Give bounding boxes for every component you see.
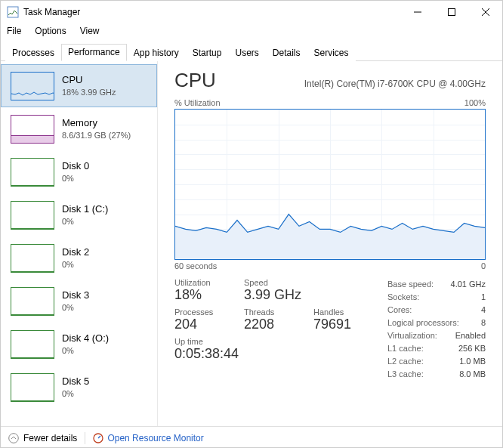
chevron-up-icon — [8, 433, 19, 443]
resource-monitor-icon — [93, 433, 103, 443]
l1-cache-label: L1 cache: — [387, 342, 424, 355]
sidebar-item-label: Disk 4 (O:) — [62, 332, 109, 344]
tab-app-history[interactable]: App history — [127, 45, 186, 61]
disk-thumb-icon — [11, 244, 54, 273]
svg-rect-0 — [8, 7, 18, 17]
sockets-label: Sockets: — [387, 291, 419, 304]
tabs: Processes Performance App history Startu… — [1, 39, 502, 61]
speed-value: 3.99 GHz — [244, 287, 301, 303]
sidebar-item-label: Disk 0 — [62, 160, 89, 172]
l2-cache-label: L2 cache: — [387, 355, 424, 368]
threads-label: Threads — [244, 307, 295, 317]
base-speed-value: 4.01 GHz — [451, 278, 486, 291]
sidebar-item-cpu[interactable]: CPU 18% 3.99 GHz — [1, 64, 157, 107]
disk-thumb-icon — [11, 201, 54, 230]
sidebar-item-disk3[interactable]: Disk 3 0% — [1, 280, 157, 323]
tab-performance[interactable]: Performance — [61, 44, 127, 61]
sidebar-item-sub: 0% — [62, 258, 89, 270]
logical-value: 8 — [481, 317, 486, 329]
utilization-label: Utilization — [174, 278, 226, 287]
window-title: Task Manager — [23, 7, 400, 17]
cpu-thumb-icon — [11, 72, 54, 100]
disk-thumb-icon — [11, 330, 54, 359]
handles-value: 79691 — [313, 317, 365, 332]
sidebar-item-label: Disk 1 (C:) — [62, 203, 108, 215]
tab-users[interactable]: Users — [228, 45, 265, 61]
chart-xmin: 0 — [481, 261, 486, 270]
uptime-value: 0:05:38:44 — [174, 346, 365, 362]
sidebar-item-disk4[interactable]: Disk 4 (O:) 0% — [1, 323, 157, 366]
virtualization-label: Virtualization: — [387, 329, 437, 342]
threads-value: 2208 — [244, 317, 295, 332]
sidebar-item-sub: 8.6/31.9 GB (27%) — [62, 129, 131, 141]
cores-value: 4 — [481, 304, 486, 317]
sidebar-item-sub: 0% — [62, 301, 89, 314]
cpu-chart — [174, 109, 486, 260]
sidebar-item-sub: 18% 3.99 GHz — [62, 86, 116, 98]
svg-point-6 — [9, 433, 19, 443]
base-speed-label: Base speed: — [387, 278, 434, 291]
sidebar-item-label: Disk 2 — [62, 246, 89, 258]
sidebar-item-label: Disk 3 — [62, 289, 89, 301]
disk-thumb-icon — [11, 287, 54, 316]
processes-value: 204 — [174, 317, 226, 332]
disk-thumb-icon — [11, 158, 54, 187]
svg-line-8 — [98, 436, 100, 438]
sidebar: CPU 18% 3.99 GHz Memory 8.6/31.9 GB (27%… — [1, 61, 158, 426]
logical-label: Logical processors: — [387, 317, 459, 329]
processes-label: Processes — [174, 307, 226, 317]
menubar: File Options View — [1, 23, 502, 39]
sidebar-item-sub: 0% — [62, 388, 89, 400]
svg-marker-5 — [175, 215, 485, 259]
sidebar-item-label: Memory — [62, 117, 131, 129]
menu-view[interactable]: View — [80, 26, 100, 36]
fewer-details-button[interactable]: Fewer details — [8, 433, 77, 443]
sidebar-item-sub: 0% — [62, 344, 109, 357]
svg-rect-2 — [448, 9, 455, 16]
titlebar: Task Manager — [1, 1, 502, 23]
sidebar-item-disk1[interactable]: Disk 1 (C:) 0% — [1, 193, 157, 236]
uptime-label: Up time — [174, 337, 365, 346]
tab-processes[interactable]: Processes — [5, 45, 61, 61]
sidebar-item-sub: 0% — [62, 172, 89, 184]
maximize-button[interactable] — [434, 1, 468, 23]
minimize-button[interactable] — [400, 1, 434, 23]
menu-options[interactable]: Options — [35, 26, 66, 36]
app-icon — [7, 6, 19, 18]
sidebar-item-label: CPU — [62, 74, 116, 86]
cores-label: Cores: — [387, 304, 412, 317]
sidebar-item-disk2[interactable]: Disk 2 0% — [1, 236, 157, 280]
l1-cache-value: 256 KB — [458, 342, 486, 355]
tab-details[interactable]: Details — [266, 45, 307, 61]
sidebar-item-label: Disk 5 — [62, 375, 89, 388]
chart-xlabel: 60 seconds — [174, 261, 217, 270]
tab-services[interactable]: Services — [307, 45, 356, 61]
memory-thumb-icon — [11, 115, 54, 144]
page-title: CPU — [174, 69, 216, 92]
cpu-model: Intel(R) Core(TM) i7-6700K CPU @ 4.00GHz — [304, 79, 486, 89]
handles-label: Handles — [313, 307, 365, 317]
menu-file[interactable]: File — [7, 26, 21, 36]
sidebar-item-sub: 0% — [62, 215, 108, 227]
sidebar-item-disk0[interactable]: Disk 0 0% — [1, 150, 157, 193]
sockets-value: 1 — [481, 291, 486, 304]
tab-startup[interactable]: Startup — [186, 45, 229, 61]
sidebar-item-disk5[interactable]: Disk 5 0% — [1, 366, 157, 409]
bottombar: Fewer details Open Resource Monitor — [1, 426, 502, 448]
virtualization-value: Enabled — [455, 329, 486, 342]
sidebar-item-memory[interactable]: Memory 8.6/31.9 GB (27%) — [1, 107, 157, 150]
l2-cache-value: 1.0 MB — [459, 355, 486, 368]
chart-ymax: 100% — [464, 98, 486, 107]
l3-cache-value: 8.0 MB — [459, 368, 486, 381]
open-resource-monitor-link[interactable]: Open Resource Monitor — [93, 433, 203, 443]
main-panel: CPU Intel(R) Core(TM) i7-6700K CPU @ 4.0… — [158, 61, 502, 426]
separator — [85, 432, 85, 444]
close-button[interactable] — [468, 1, 502, 23]
utilization-value: 18% — [174, 287, 226, 303]
speed-label: Speed — [244, 278, 301, 287]
l3-cache-label: L3 cache: — [387, 368, 424, 381]
disk-thumb-icon — [11, 373, 54, 402]
chart-ylabel: % Utilization — [174, 98, 221, 107]
